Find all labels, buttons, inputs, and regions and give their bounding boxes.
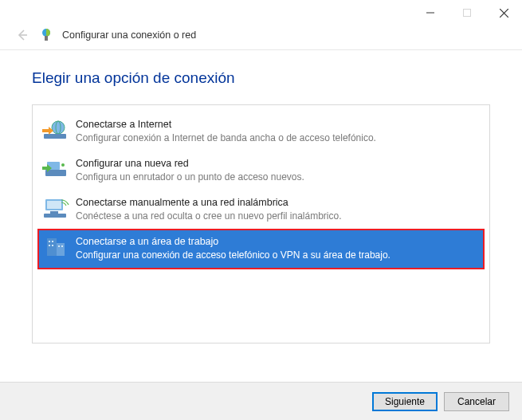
maximize-button[interactable] [449, 2, 485, 24]
svg-rect-19 [49, 241, 50, 242]
wizard-icon [38, 27, 54, 43]
svg-rect-18 [57, 243, 65, 256]
svg-rect-16 [44, 214, 66, 218]
svg-rect-9 [44, 134, 66, 139]
option-desc: Conéctese a una red oculta o cree un nue… [76, 210, 480, 222]
option-desc: Configura un enrutador o un punto de acc… [76, 171, 480, 183]
svg-rect-24 [61, 245, 63, 247]
svg-rect-6 [45, 36, 48, 41]
monitor-wifi-icon [42, 196, 69, 220]
next-button[interactable]: Siguiente [372, 392, 438, 411]
option-title: Conectarse manualmente a una red inalámb… [76, 196, 480, 210]
content-area: Elegir una opción de conexión Conectarse… [0, 50, 522, 351]
svg-rect-22 [52, 245, 53, 246]
option-new-network[interactable]: Configurar una nueva red Configura un en… [39, 152, 483, 190]
svg-rect-21 [49, 245, 50, 246]
option-desc: Configurar conexión a Internet de banda … [76, 131, 480, 144]
svg-rect-15 [50, 211, 58, 214]
svg-rect-1 [464, 10, 471, 17]
svg-rect-23 [58, 245, 60, 247]
option-connect-internet[interactable]: Conectarse a Internet Configurar conexió… [39, 113, 483, 151]
globe-icon [42, 118, 69, 142]
footer: Siguiente Cancelar [0, 382, 522, 420]
titlebar [0, 0, 522, 26]
option-workplace[interactable]: Conectarse a un área de trabajo Configur… [39, 230, 483, 268]
option-title: Conectarse a un área de trabajo [76, 235, 480, 249]
router-icon [42, 157, 69, 181]
cancel-button[interactable]: Cancelar [444, 392, 509, 411]
building-icon [42, 235, 69, 259]
option-manual-wifi[interactable]: Conectarse manualmente a una red inalámb… [39, 191, 483, 229]
option-title: Conectarse a Internet [76, 118, 480, 131]
back-icon[interactable] [14, 27, 30, 43]
svg-rect-20 [52, 241, 53, 242]
option-title: Configurar una nueva red [76, 157, 480, 171]
close-button[interactable] [485, 2, 522, 24]
page-heading: Elegir una opción de conexión [32, 69, 490, 87]
svg-point-12 [61, 163, 65, 167]
connection-option-list: Conectarse a Internet Configurar conexió… [32, 104, 490, 343]
minimize-button[interactable] [412, 2, 449, 24]
option-desc: Configurar una conexión de acceso telefó… [76, 249, 480, 261]
header: Configurar una conexión o red [0, 26, 522, 50]
window-title: Configurar una conexión o red [62, 29, 196, 41]
svg-rect-14 [47, 201, 61, 209]
